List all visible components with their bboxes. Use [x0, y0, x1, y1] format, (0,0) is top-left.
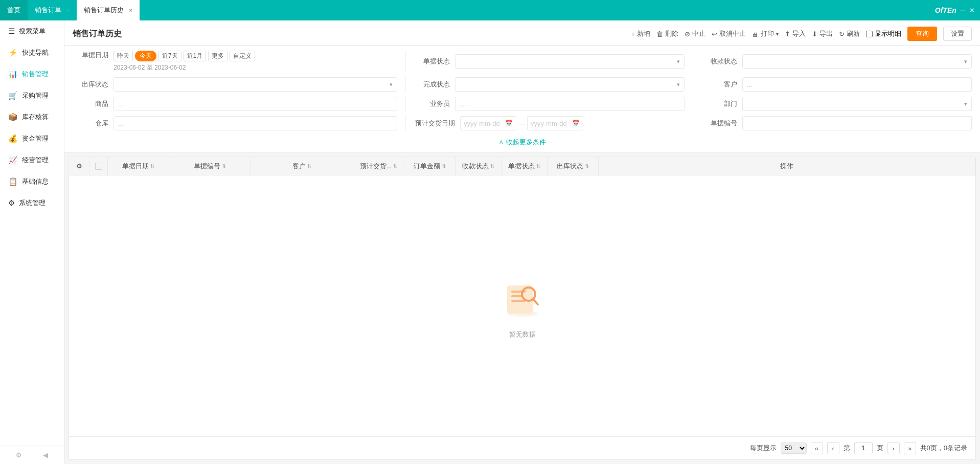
sidebar-item-operations[interactable]: 📈 经营管理 — [0, 149, 64, 171]
date-btn-custom[interactable]: 自定义 — [230, 51, 255, 61]
sidebar-item-inventory-label: 库存核算 — [22, 113, 49, 122]
salesman-label: 业务员 — [414, 99, 455, 108]
sidebar-item-sales[interactable]: 📊 销售管理 — [0, 63, 64, 85]
sidebar-item-quick-nav-label: 快捷导航 — [22, 48, 49, 57]
date-btn-1month[interactable]: 近1月 — [184, 51, 207, 61]
warehouse-input[interactable]: ... — [113, 116, 397, 130]
tab-sales-order-close[interactable]: × — [66, 7, 70, 13]
page-size-select[interactable]: 50 10 20 100 — [781, 443, 807, 454]
delivery-date-to[interactable]: yyyy-mm-dd 📅 — [527, 116, 583, 130]
tab-sales-order-history-close[interactable]: × — [129, 7, 132, 13]
sort-out-status-icon: ⇅ — [585, 163, 589, 169]
sidebar-item-search-menu[interactable]: ☰ 搜索菜单 — [0, 20, 64, 42]
close-icon[interactable]: ✕ — [969, 7, 975, 14]
tab-home[interactable]: 首页 — [0, 0, 28, 20]
page-label-after: 页 — [877, 444, 883, 453]
purchase-icon: 🛒 — [8, 91, 18, 100]
out-status-label: 出库状态 — [73, 80, 113, 89]
date-quick-btns: 昨天 今天 近7天 近1月 更多 自定义 — [113, 51, 397, 61]
sidebar-item-basic-info[interactable]: 📋 基础信息 — [0, 171, 64, 192]
next-page-button[interactable]: › — [887, 442, 900, 454]
customer-input[interactable]: ... — [742, 77, 972, 92]
collapse-bar[interactable]: ∧ 收起更多条件 — [73, 136, 972, 147]
export-button[interactable]: ⬇ 导出 — [812, 29, 833, 38]
order-num-label: 单据编号 — [701, 119, 742, 128]
th-settings[interactable]: ⚙ — [69, 157, 89, 175]
product-input[interactable]: ... — [113, 97, 397, 111]
sidebar-item-finance[interactable]: 💰 资金管理 — [0, 128, 64, 149]
sidebar-collapse-icon[interactable]: ◀ — [43, 451, 48, 459]
sort-date-icon: ⇅ — [150, 163, 154, 169]
complete-status-select[interactable]: ▾ — [455, 77, 685, 92]
sidebar-item-quick-nav[interactable]: ⚡ 快捷导航 — [0, 42, 64, 63]
out-status-arrow-icon: ▾ — [390, 81, 393, 88]
pagination: 每页显示 50 10 20 100 « ‹ 第 页 › — [69, 436, 975, 459]
show-dense-checkbox[interactable] — [866, 31, 873, 37]
dept-arrow-icon: ▾ — [964, 101, 967, 107]
th-amount[interactable]: 订单金额 ⇅ — [404, 157, 455, 175]
date-btn-today[interactable]: 今天 — [135, 51, 156, 61]
th-pay-status[interactable]: 收款状态 ⇅ — [455, 157, 502, 175]
header-checkbox[interactable] — [95, 163, 102, 170]
th-delivery[interactable]: 预计交货... ⇅ — [353, 157, 404, 175]
settings-icon: ⚙ — [76, 162, 82, 170]
import-button[interactable]: ⬆ 导入 — [785, 29, 806, 38]
th-order-status[interactable]: 单据状态 ⇅ — [502, 157, 548, 175]
quick-nav-icon: ⚡ — [8, 48, 18, 57]
add-button[interactable]: + 新增 — [631, 29, 650, 38]
delivery-date-range: yyyy-mm-dd 📅 — yyyy-mm-dd 📅 — [460, 116, 583, 130]
th-customer[interactable]: 客户 ⇅ — [251, 157, 353, 175]
finance-icon: 💰 — [8, 134, 18, 143]
date-btn-yesterday[interactable]: 昨天 — [113, 51, 133, 61]
page-header: 销售订单历史 + 新增 🗑 删除 ⊘ 中止 ↩ 取消中止 — [64, 20, 980, 46]
last-page-button[interactable]: » — [904, 442, 916, 454]
minimize-icon[interactable]: ─ — [961, 7, 965, 14]
sidebar-item-inventory[interactable]: 📦 库存核算 — [0, 106, 64, 128]
page-input[interactable] — [854, 442, 873, 454]
dept-select[interactable]: ▾ — [742, 97, 972, 111]
salesman-input[interactable]: ... — [455, 97, 685, 111]
complete-status-arrow-icon: ▾ — [677, 81, 680, 88]
th-out-status[interactable]: 出库状态 ⇅ — [548, 157, 599, 175]
th-num[interactable]: 单据编号 ⇅ — [169, 157, 251, 175]
order-num-input[interactable] — [742, 116, 972, 130]
tab-sales-order-history[interactable]: 销售订单历史 × — [77, 0, 139, 20]
calendar-to-icon: 📅 — [572, 120, 580, 127]
sidebar-item-sales-label: 销售管理 — [22, 70, 49, 79]
sidebar-bottom: ⚙ ◀ — [0, 446, 64, 464]
date-btn-more[interactable]: 更多 — [208, 51, 227, 61]
sidebar-item-purchase[interactable]: 🛒 采购管理 — [0, 85, 64, 106]
order-status-select[interactable]: ▾ — [455, 54, 685, 69]
first-page-icon: « — [815, 445, 818, 452]
tab-sales-order[interactable]: 销售订单 × — [28, 0, 77, 20]
top-bar: 首页 销售订单 × 销售订单历史 × OfTEn ─ ✕ — [0, 0, 980, 20]
first-page-button[interactable]: « — [811, 442, 823, 454]
th-num-label: 单据编号 — [194, 162, 220, 171]
setting-button[interactable]: 设置 — [943, 27, 972, 41]
import-icon: ⬆ — [785, 30, 790, 38]
delete-button[interactable]: 🗑 删除 — [656, 29, 678, 38]
out-status-select[interactable]: ▾ — [113, 77, 397, 92]
query-button[interactable]: 查询 — [907, 27, 937, 41]
stop-button[interactable]: ⊘ 中止 — [685, 29, 705, 38]
th-date[interactable]: 单据日期 ⇅ — [108, 157, 169, 175]
sidebar-item-search-menu-label: 搜索菜单 — [19, 27, 45, 36]
complete-status-label: 完成状态 — [414, 80, 455, 89]
print-button[interactable]: 🖨 打印 ▾ — [752, 29, 779, 38]
sidebar-settings-icon[interactable]: ⚙ — [16, 451, 22, 459]
svg-line-6 — [533, 299, 538, 304]
th-operation-label: 操作 — [780, 162, 793, 171]
date-btn-7days[interactable]: 近7天 — [158, 51, 181, 61]
delivery-date-label: 预计交货日期 — [414, 119, 460, 128]
table-area: ⚙ 单据日期 ⇅ 单据编号 ⇅ 客户 ⇅ 预计交货... — [69, 157, 976, 460]
sidebar-item-system[interactable]: ⚙ 系统管理 — [0, 192, 64, 214]
prev-page-button[interactable]: ‹ — [827, 442, 839, 454]
th-amount-label: 订单金额 — [414, 162, 440, 171]
th-customer-label: 客户 — [292, 162, 306, 171]
product-label: 商品 — [73, 99, 113, 108]
refresh-button[interactable]: ↻ 刷新 — [839, 29, 860, 38]
cancel-stop-button[interactable]: ↩ 取消中止 — [712, 29, 746, 38]
pay-status-select[interactable]: ▾ — [742, 54, 972, 69]
delivery-date-from[interactable]: yyyy-mm-dd 📅 — [460, 116, 516, 130]
th-checkbox[interactable] — [89, 157, 108, 175]
